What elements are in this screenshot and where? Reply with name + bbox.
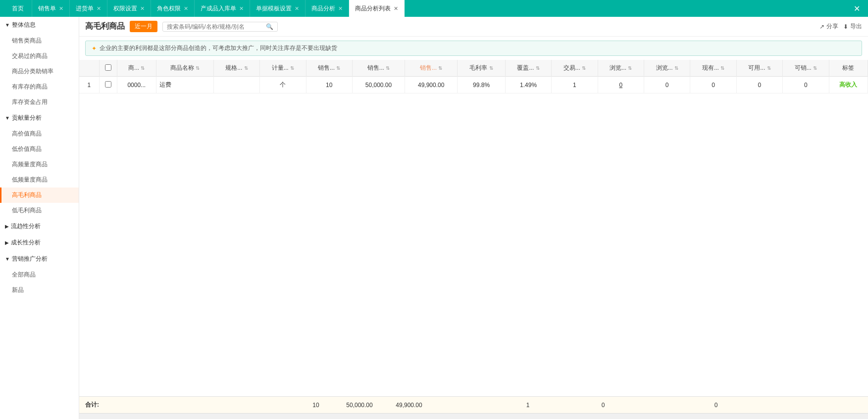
footer-browse1-blank (547, 402, 584, 409)
footer-cell-blank2 (147, 402, 184, 409)
data-table: 商... ⇅ 商品名称 ⇅ 规格... ⇅ 计量... (79, 60, 868, 93)
footer-sales1: 10 (297, 402, 335, 409)
horizontal-scrollbar[interactable] (79, 413, 868, 419)
sidebar-group-trend[interactable]: ▶ 流趋性分析 (0, 218, 79, 234)
select-all-checkbox[interactable] (105, 64, 111, 71)
share-icon: ↗ (819, 23, 824, 30)
close-icon[interactable]: ✕ (184, 5, 188, 12)
col-saleable[interactable]: 可销... ⇅ (783, 60, 829, 77)
col-index (79, 60, 99, 77)
sidebar-group-marketing[interactable]: ▼ 营销推广分析 (0, 251, 79, 267)
sidebar: « ▼ 整体信息 销售类商品 交易过的商品 商品分类助销率 有库存的商品 库存资… (0, 17, 79, 419)
col-spec[interactable]: 规格... ⇅ (213, 60, 259, 77)
col-browse2[interactable]: 浏览... ⇅ (644, 60, 690, 77)
row-sales3: 49,900.00 (405, 77, 458, 93)
sort-icon: ⇅ (244, 65, 248, 71)
close-icon[interactable]: ✕ (59, 5, 63, 12)
footer-cell-blank1 (109, 402, 147, 409)
sort-icon: ⇅ (767, 65, 771, 71)
sidebar-item-high-value[interactable]: 高价值商品 (0, 126, 79, 141)
sidebar-item-all-goods[interactable]: 全部商品 (0, 267, 79, 282)
sidebar-collapse-button[interactable]: « (79, 42, 79, 53)
col-unit[interactable]: 计量... ⇅ (260, 60, 306, 77)
row-code: 0000... (117, 77, 156, 93)
top-navigation: 首页 销售单 ✕ 进货单 ✕ 权限设置 ✕ 角色权限 ✕ 产成品入库单 ✕ 单据… (0, 0, 868, 17)
sort-icon: ⇅ (536, 65, 540, 71)
footer-cell-blank3 (184, 402, 222, 409)
browse1-link[interactable]: 0 (619, 82, 622, 89)
col-code[interactable]: 商... ⇅ (117, 60, 156, 77)
sidebar-item-new-goods[interactable]: 新品 (0, 282, 79, 298)
close-icon[interactable]: ✕ (338, 5, 343, 12)
sidebar-item-high-margin[interactable]: 高毛利商品 (0, 187, 79, 203)
close-icon[interactable]: ✕ (394, 5, 398, 12)
table-row: 1 0000... 运费 个 10 50,000.00 49,900.00 99… (79, 77, 868, 93)
tab-role-permission[interactable]: 角色权限 ✕ (151, 0, 195, 17)
sidebar-item-high-freq[interactable]: 高频量度商品 (0, 157, 79, 172)
col-gross-rate[interactable]: 毛利率 ⇅ (458, 60, 506, 77)
sidebar-item-sales-goods[interactable]: 销售类商品 (0, 33, 79, 48)
row-gross-rate: 99.8% (458, 77, 506, 93)
sidebar-group-growth[interactable]: ▶ 成长性分析 (0, 234, 79, 251)
row-transaction: 1 (552, 77, 598, 93)
col-transaction[interactable]: 交易... ⇅ (552, 60, 598, 77)
sidebar-item-traded-goods[interactable]: 交易过的商品 (0, 48, 79, 64)
search-icon[interactable]: 🔍 (266, 23, 273, 30)
sidebar-item-category-rate[interactable]: 商品分类助销率 (0, 64, 79, 79)
export-button[interactable]: ⬇ 导出 (843, 22, 862, 31)
export-icon: ⬇ (843, 23, 848, 30)
close-icon[interactable]: ✕ (295, 5, 299, 12)
tab-template-settings[interactable]: 单据模板设置 ✕ (250, 0, 306, 17)
col-sales3[interactable]: 销售... ⇅ (405, 60, 458, 77)
sidebar-item-low-value[interactable]: 低价值商品 (0, 141, 79, 157)
col-name[interactable]: 商品名称 ⇅ (156, 60, 214, 77)
tab-permission-settings[interactable]: 权限设置 ✕ (107, 0, 151, 17)
tab-purchase-order[interactable]: 进货单 ✕ (70, 0, 107, 17)
sidebar-item-low-freq[interactable]: 低频量度商品 (0, 172, 79, 187)
row-coverage: 1.49% (505, 77, 551, 93)
tab-product-analysis-list[interactable]: 商品分析列表 ✕ (349, 0, 405, 17)
col-available[interactable]: 可用... ⇅ (736, 60, 782, 77)
footer-sales2: 50,000.00 (335, 402, 384, 409)
row-browse2: 0 (644, 77, 690, 93)
col-sales1[interactable]: 销售... ⇅ (306, 60, 352, 77)
tab-finished-product[interactable]: 产成品入库单 ✕ (195, 0, 250, 17)
sort-icon: ⇅ (141, 65, 145, 71)
share-button[interactable]: ↗ 分享 (819, 22, 838, 31)
sort-icon: ⇅ (674, 65, 678, 71)
col-coverage[interactable]: 覆盖... ⇅ (505, 60, 551, 77)
row-name: 运费 (156, 77, 214, 93)
row-checkbox[interactable] (105, 81, 111, 88)
row-browse1[interactable]: 0 (598, 77, 644, 93)
chevron-right-icon: ▶ (5, 224, 9, 229)
table-container[interactable]: 商... ⇅ 商品名称 ⇅ 规格... ⇅ 计量... (79, 60, 868, 396)
filter-period-button[interactable]: 近一月 (130, 21, 157, 32)
tab-home[interactable]: 首页 (4, 0, 32, 17)
row-unit: 个 (260, 77, 306, 93)
tab-sales-order[interactable]: 销售单 ✕ (32, 0, 70, 17)
sort-icon: ⇅ (196, 65, 200, 71)
footer-cell-blank5 (259, 402, 297, 409)
search-input[interactable] (167, 23, 266, 30)
col-checkbox[interactable] (99, 60, 117, 77)
sidebar-group-contribution[interactable]: ▼ 贡献量分析 (0, 110, 79, 126)
footer-available-blank (660, 402, 697, 409)
close-icon[interactable]: ✕ (97, 5, 101, 12)
sort-icon: ⇅ (582, 65, 586, 71)
col-current[interactable]: 现有... ⇅ (690, 60, 736, 77)
close-icon[interactable]: ✕ (140, 5, 145, 12)
row-current: 0 (690, 77, 736, 93)
row-checkbox-cell[interactable] (99, 77, 117, 93)
row-index: 1 (79, 77, 99, 93)
sort-icon: ⇅ (813, 65, 817, 71)
tab-product-analysis[interactable]: 商品分析 ✕ (306, 0, 349, 17)
col-sales2[interactable]: 销售... ⇅ (352, 60, 405, 77)
col-browse1[interactable]: 浏览... ⇅ (598, 60, 644, 77)
footer-sales3: 49,900.00 (384, 402, 434, 409)
close-icon[interactable]: ✕ (239, 5, 244, 12)
sidebar-item-stock-capital[interactable]: 库存资金占用 (0, 94, 79, 110)
sidebar-item-stocked-goods[interactable]: 有库存的商品 (0, 79, 79, 94)
sidebar-item-low-margin[interactable]: 低毛利商品 (0, 203, 79, 218)
window-close-button[interactable]: ✕ (850, 4, 864, 13)
sidebar-group-overall[interactable]: ▼ 整体信息 (0, 17, 79, 33)
